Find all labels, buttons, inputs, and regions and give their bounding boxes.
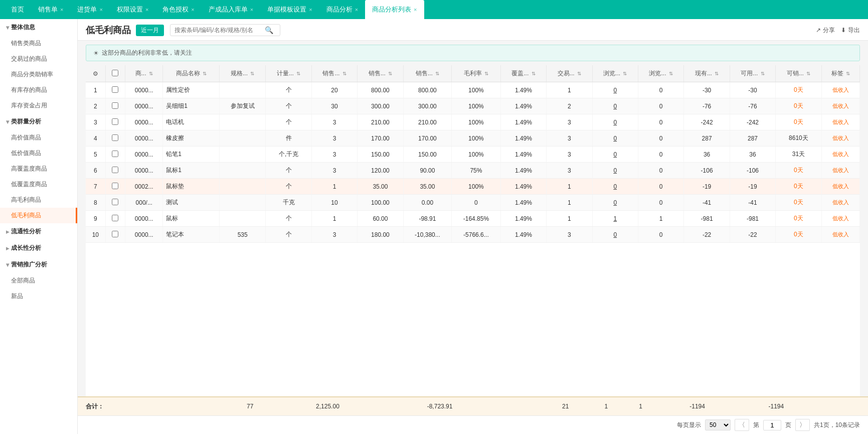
nav-item-进货单[interactable]: 进货单× [70, 0, 109, 19]
product-code: 000/... [125, 195, 163, 211]
close-icon[interactable]: × [250, 7, 253, 13]
nav-item-商品分析[interactable]: 商品分析× [319, 0, 365, 19]
views1[interactable]: 1 [592, 211, 638, 227]
column-header-transactions: 交易... ⇅ [547, 65, 592, 82]
search-input[interactable] [175, 27, 265, 34]
nav-item-商品分析列表[interactable]: 商品分析列表× [365, 0, 424, 19]
close-icon[interactable]: × [145, 7, 148, 13]
notice-bar: ☀ 这部分商品的利润非常低，请关注 [86, 45, 860, 61]
page-header: 低毛利商品 近一月 🔍 ↗ 分享 ⬇ 导出 [78, 19, 868, 41]
row-number: 9 [86, 211, 105, 227]
views1[interactable]: 0 [592, 179, 638, 195]
views1[interactable]: 0 [592, 163, 638, 179]
views1[interactable]: 0 [592, 114, 638, 130]
close-icon[interactable]: × [191, 7, 194, 13]
date-filter-button[interactable]: 近一月 [136, 25, 164, 36]
views1[interactable]: 0 [592, 98, 638, 114]
row-checkbox[interactable] [112, 134, 118, 141]
notice-text: 这部分商品的利润非常低，请关注 [102, 49, 192, 57]
footer-cell-11: 1 [589, 401, 623, 412]
close-icon[interactable]: × [414, 7, 417, 13]
footer-cell-1 [138, 401, 160, 412]
current-stock: -106 [684, 163, 730, 179]
nav-item-产成品入库单[interactable]: 产成品入库单× [202, 0, 260, 19]
nav-item-销售单[interactable]: 销售单× [31, 0, 70, 19]
gross-margin: 100% [452, 98, 501, 114]
row-checkbox[interactable] [112, 118, 118, 125]
tag: 低收入 [821, 227, 859, 243]
top-nav: 首页销售单×进货单×权限设置×角色授权×产成品入库单×单据模板设置×商品分析×商… [0, 0, 868, 19]
nav-item-单据模板设置[interactable]: 单据模板设置× [260, 0, 319, 19]
sellable: 0天 [776, 179, 821, 195]
footer-cell-2 [160, 401, 182, 412]
sidebar-item-销售类商品[interactable]: 销售类商品 [0, 36, 77, 51]
sidebar-group-营销推广分析[interactable]: ▾营销推广分析 [0, 256, 77, 273]
row-number: 8 [86, 195, 105, 211]
sidebar-group-类群量分析[interactable]: ▾类群量分析 [0, 113, 77, 130]
sidebar-item-商品分类助销率[interactable]: 商品分类助销率 [0, 67, 77, 82]
sort-icon: ⇅ [846, 71, 850, 76]
row-checkbox[interactable] [112, 167, 118, 173]
product-spec: 535 [219, 227, 265, 243]
share-button[interactable]: ↗ 分享 [816, 26, 835, 35]
column-header-views2: 浏览... ⇅ [638, 65, 683, 82]
nav-item-权限设置[interactable]: 权限设置× [110, 0, 155, 19]
row-checkbox[interactable] [112, 183, 118, 189]
sidebar-item-全部商品[interactable]: 全部商品 [0, 273, 77, 288]
views1[interactable]: 0 [592, 195, 638, 211]
row-checkbox[interactable] [112, 199, 118, 205]
views2: 0 [638, 82, 683, 98]
close-icon[interactable]: × [99, 7, 102, 13]
sidebar-item-新品[interactable]: 新品 [0, 288, 77, 304]
sidebar-item-高覆盖度商品[interactable]: 高覆盖度商品 [0, 161, 77, 177]
row-checkbox[interactable] [112, 151, 118, 157]
views1[interactable]: 0 [592, 130, 638, 147]
select-all-checkbox[interactable] [112, 70, 118, 76]
sort-icon: ⇅ [250, 71, 254, 76]
coverage: 1.49% [500, 211, 546, 227]
transactions: 1 [547, 195, 592, 211]
views1[interactable]: 0 [592, 227, 638, 243]
views1[interactable]: 0 [592, 82, 638, 98]
views1[interactable]: 0 [592, 147, 638, 163]
sidebar-item-高毛利商品[interactable]: 高毛利商品 [0, 192, 77, 208]
footer-cell-0 [116, 401, 138, 412]
sidebar-item-有库存的商品[interactable]: 有库存的商品 [0, 82, 77, 98]
row-checkbox[interactable] [112, 231, 118, 237]
current-stock: -242 [684, 114, 730, 130]
tag: 低收入 [821, 179, 859, 195]
nav-item-角色授权[interactable]: 角色授权× [155, 0, 201, 19]
sidebar-item-高价值商品[interactable]: 高价值商品 [0, 130, 77, 146]
sidebar-group-整体信息[interactable]: ▾整体信息 [0, 19, 77, 36]
gross-margin: -5766.6... [452, 227, 501, 243]
close-icon[interactable]: × [355, 7, 358, 13]
sidebar-group-成长性分析[interactable]: ▸成长性分析 [0, 240, 77, 256]
coverage: 1.49% [500, 179, 546, 195]
next-page-button[interactable]: 〉 [795, 419, 810, 431]
sidebar-item-交易过的商品[interactable]: 交易过的商品 [0, 51, 77, 67]
product-name: 铅笔1 [163, 147, 220, 163]
footer-cell-8 [498, 401, 520, 412]
sidebar-item-库存资金占用[interactable]: 库存资金占用 [0, 98, 77, 113]
search-icon[interactable]: 🔍 [265, 26, 273, 34]
export-button[interactable]: ⬇ 导出 [841, 26, 860, 35]
arrow-icon: ▾ [6, 118, 9, 125]
row-checkbox[interactable] [112, 102, 118, 109]
row-checkbox-cell [105, 98, 125, 114]
prev-page-button[interactable]: 〈 [735, 419, 749, 431]
close-icon[interactable]: × [60, 7, 63, 13]
sidebar-group-流通性分析[interactable]: ▸流通性分析 [0, 223, 77, 240]
footer-cell-5: 77 [227, 401, 273, 412]
nav-item-首页[interactable]: 首页 [4, 0, 31, 19]
product-unit: 个 [266, 227, 311, 243]
row-checkbox[interactable] [112, 86, 118, 93]
row-checkbox[interactable] [112, 215, 118, 221]
sidebar-item-低覆盖度商品[interactable]: 低覆盖度商品 [0, 177, 77, 192]
page-number-input[interactable] [763, 420, 781, 430]
sidebar-item-低价值商品[interactable]: 低价值商品 [0, 146, 77, 161]
sales-qty: 1 [311, 211, 357, 227]
per-page-select[interactable]: 50 20 100 [705, 419, 731, 430]
sidebar-item-低毛利商品[interactable]: 低毛利商品 [0, 208, 77, 223]
table-row: 100000...笔记本535个3180.00-10,380...-5766.6… [86, 227, 860, 243]
close-icon[interactable]: × [309, 7, 312, 13]
